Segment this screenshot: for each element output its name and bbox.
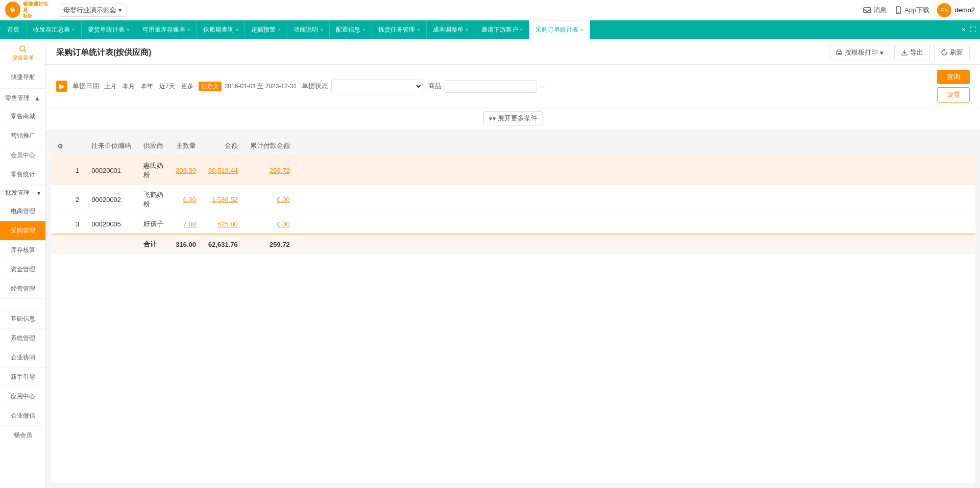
expand-more-btn[interactable]: ▾▾ 展开更多条件 xyxy=(483,111,543,125)
tab-close-purchasestat[interactable]: × xyxy=(580,27,583,33)
tab-close-inventory[interactable]: × xyxy=(187,27,190,33)
tab-invitedown[interactable]: 邀请下游客户 × xyxy=(475,20,530,39)
sidebar-item-retail-stats[interactable]: 零售统计 xyxy=(0,165,45,185)
row-code: 00020002 xyxy=(85,185,137,214)
row-paid[interactable]: 0.00 xyxy=(244,214,296,235)
fullscreen-btn[interactable]: ⛶ xyxy=(970,26,976,33)
app-download-btn[interactable]: App下载 xyxy=(894,6,929,15)
row-code: 00020001 xyxy=(85,156,137,185)
row-qty[interactable]: 7.00 xyxy=(169,214,202,235)
chevron-down-icon: ▾ xyxy=(118,6,122,14)
row-paid[interactable]: 259.72 xyxy=(244,156,296,185)
col-settings[interactable]: ⚙ xyxy=(51,136,69,156)
sidebar-item-ops[interactable]: 经营管理 xyxy=(0,279,45,299)
sidebar-item-wholesale[interactable]: 批发管理 ▾ xyxy=(0,185,45,202)
tab-requisition[interactable]: 要货单统计表 × xyxy=(82,20,136,39)
sidebar-item-quicknav[interactable]: 快捷导航 xyxy=(0,68,45,87)
search-menu-btn[interactable]: 搜索菜单 xyxy=(3,42,43,65)
sidebar-item-retail-mall[interactable]: 零售商城 xyxy=(0,107,45,126)
status-select[interactable] xyxy=(331,80,423,93)
table-row[interactable]: 3 00020005 好孩子 7.00 525.80 0.00 xyxy=(51,214,975,235)
row-amount[interactable]: 1,586.52 xyxy=(202,185,244,214)
tab-close-funcguide[interactable]: × xyxy=(320,27,323,33)
goods-filter-group: 商品 ··· xyxy=(428,80,545,93)
query-btn[interactable]: 查询 xyxy=(937,70,970,84)
tab-close-invitedown[interactable]: × xyxy=(520,27,523,33)
sidebar-item-appcenter[interactable]: 应用中心 xyxy=(0,387,45,406)
row-qty[interactable]: 303.00 xyxy=(169,156,202,185)
export-btn[interactable]: 导出 xyxy=(894,45,930,60)
row-paid[interactable]: 0.00 xyxy=(244,185,296,214)
sidebar-item-newguide[interactable]: 新手引导 xyxy=(0,368,45,387)
tab-close-requisition[interactable]: × xyxy=(127,27,130,33)
date-shortcuts: 上月 本月 本年 近7天 更多 xyxy=(102,81,195,92)
logo-icon: 畅 xyxy=(5,2,20,18)
tab-purchasestat[interactable]: 采购订单统计表 × xyxy=(529,20,590,39)
tab-close-config[interactable]: × xyxy=(362,27,365,33)
table-footer: 合计 316.00 62,631.76 259.72 xyxy=(51,234,975,254)
sidebar-item-vip[interactable]: 畅会员 xyxy=(0,426,45,445)
shortcut-this-month[interactable]: 本月 xyxy=(120,81,137,92)
goods-more-btn[interactable]: ··· xyxy=(540,83,545,90)
shortcut-7days[interactable]: 近7天 xyxy=(157,81,177,92)
shortcut-last-month[interactable]: 上月 xyxy=(102,81,118,92)
date-custom-tag: 自定义 xyxy=(199,82,222,91)
tab-expiry[interactable]: 保质期查询 × xyxy=(197,20,246,39)
print-btn[interactable]: 按模板打印 ▾ xyxy=(829,45,890,60)
row-spacer xyxy=(296,214,975,235)
user-menu[interactable]: Ea demo2 xyxy=(937,3,975,17)
shortcut-this-year[interactable]: 本年 xyxy=(139,81,155,92)
table-row[interactable]: 1 00020001 惠氏奶粉 303.00 60,519.44 259.72 xyxy=(51,156,975,185)
row-settings xyxy=(51,185,69,214)
tab-picktask[interactable]: 拣货任务管理 × xyxy=(372,20,427,39)
tab-close-overstock[interactable]: × xyxy=(278,27,281,33)
filter-toggle-btn[interactable]: ▶ xyxy=(56,81,67,92)
close-tab-btn[interactable]: × xyxy=(962,25,966,34)
row-amount[interactable]: 525.80 xyxy=(202,214,244,235)
tab-close-expiry[interactable]: × xyxy=(236,27,239,33)
page-title: 采购订单统计表(按供应商) xyxy=(56,47,152,58)
chevron-icon: ▲ xyxy=(34,95,40,102)
sidebar-item-marketing[interactable]: 营销推广 xyxy=(0,126,45,146)
sidebar-item-system[interactable]: 系统管理 xyxy=(0,329,45,348)
sidebar-item-retail[interactable]: 零售管理 ▲ xyxy=(0,90,45,107)
tab-funcguide[interactable]: 功能说明 × xyxy=(287,20,330,39)
sidebar-item-basic[interactable]: 基础信息 xyxy=(0,310,45,329)
top-bar: 畅 畅捷通好生意 标版 母婴行业演示账套 ▾ 消息 App下载 Ea demo2 xyxy=(0,0,980,20)
footer-amount: 62,631.76 xyxy=(202,234,244,254)
goods-input[interactable] xyxy=(445,80,536,93)
table-footer-row: 合计 316.00 62,631.76 259.72 xyxy=(51,234,975,254)
filter-settings-btn[interactable]: 设置 xyxy=(937,87,970,102)
data-table: ⚙ 往来单位编码 供应商 主数量 金额 累计付款金额 1 00020001 惠氏… xyxy=(51,136,975,254)
sidebar-item-purchase[interactable]: 采购管理 xyxy=(0,221,45,241)
tab-overstock[interactable]: 超储预警 × xyxy=(245,20,287,39)
col-qty: 主数量 xyxy=(169,136,202,156)
sidebar-item-finance[interactable]: 资金管理 xyxy=(0,260,45,279)
filter-bar: ▶ 单据日期 上月 本月 本年 近7天 更多 自定义 2016-01-01 至 … xyxy=(46,65,980,108)
filter-expand-row: ▾▾ 展开更多条件 xyxy=(46,108,980,131)
row-qty[interactable]: 6.00 xyxy=(169,185,202,214)
sidebar-item-corpwx[interactable]: 企业微信 xyxy=(0,406,45,426)
sidebar-item-ecommerce[interactable]: 电商管理 xyxy=(0,202,45,221)
tab-close-picktask[interactable]: × xyxy=(417,27,420,33)
refresh-btn[interactable]: 刷新 xyxy=(934,45,970,60)
avatar: Ea xyxy=(937,3,951,17)
tab-config[interactable]: 配置信息 × xyxy=(330,20,372,39)
workspace-selector[interactable]: 母婴行业演示账套 ▾ xyxy=(59,4,127,17)
tab-home[interactable]: 首页 xyxy=(0,20,27,39)
row-amount[interactable]: 60,519.44 xyxy=(202,156,244,185)
main-layout: 搜索菜单 快捷导航 零售管理 ▲ 零售商城 营销推广 会员中心 零售统计 批发管… xyxy=(0,39,980,488)
sidebar-item-inventory-mgmt[interactable]: 库存核算 xyxy=(0,241,45,260)
tab-costadjust[interactable]: 成本调整单 × xyxy=(427,20,475,39)
tab-inventory[interactable]: 可用量库存账本 × xyxy=(136,20,197,39)
sidebar-item-enterprise[interactable]: 企业协同 xyxy=(0,348,45,368)
tab-close-receive[interactable]: × xyxy=(72,27,75,33)
table-row[interactable]: 2 00020002 飞鹤奶粉 6.00 1,586.52 0.00 xyxy=(51,185,975,214)
message-btn[interactable]: 消息 xyxy=(863,6,887,15)
shortcut-more[interactable]: 更多 xyxy=(179,81,195,92)
tab-receive[interactable]: 收发存汇总表 × xyxy=(27,20,82,39)
sidebar-item-members[interactable]: 会员中心 xyxy=(0,146,45,165)
col-rownum xyxy=(69,136,85,156)
tab-close-costadjust[interactable]: × xyxy=(465,27,469,33)
row-num: 1 xyxy=(69,156,85,185)
